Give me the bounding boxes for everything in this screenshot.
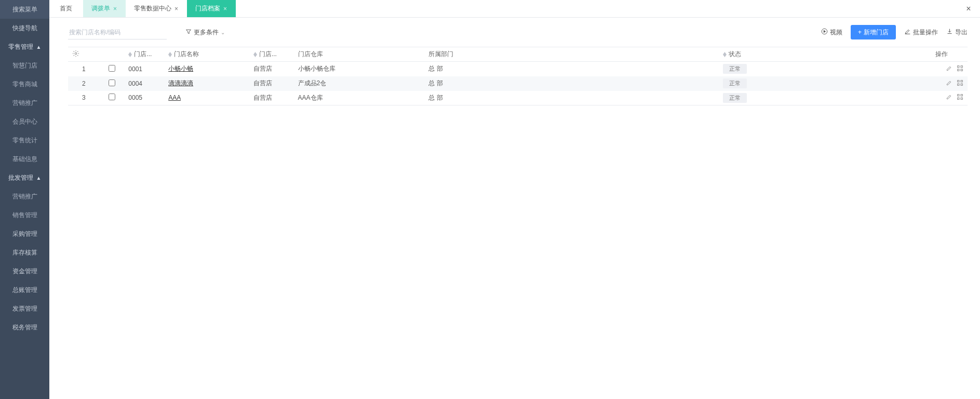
svg-rect-4 xyxy=(958,65,959,67)
store-name-link[interactable]: 小畅小畅 xyxy=(168,65,193,72)
edit-row-button[interactable] xyxy=(946,94,952,100)
store-name-link[interactable]: AAA xyxy=(168,94,181,101)
sidebar-item-basic-info[interactable]: 基础信息 xyxy=(0,150,49,168)
sidebar-item-label: 零售统计 xyxy=(12,136,37,145)
svg-rect-15 xyxy=(961,98,962,99)
cell-warehouse: 产成品2仓 xyxy=(294,76,425,91)
table-row[interactable]: 20004滴滴滴滴自营店产成品2仓总 部正常 xyxy=(68,76,968,91)
sidebar-item-label: 总账管理 xyxy=(12,286,37,295)
funnel-icon xyxy=(185,29,192,36)
col-checkbox xyxy=(99,47,124,62)
col-name[interactable]: 门店名称 xyxy=(164,47,249,62)
cell-dept: 总 部 xyxy=(424,76,719,91)
sidebar-item-label: 销售管理 xyxy=(12,211,37,220)
svg-rect-7 xyxy=(961,69,962,71)
sidebar-item-marketing2[interactable]: 营销推广 xyxy=(0,187,49,206)
row-checkbox[interactable] xyxy=(109,94,115,100)
sidebar-item-ledger[interactable]: 总账管理 xyxy=(0,281,49,299)
svg-rect-9 xyxy=(961,80,962,82)
sidebar-group-retail[interactable]: 零售管理▲ xyxy=(0,37,49,56)
sidebar-item-retail-mall[interactable]: 零售商城 xyxy=(0,75,49,94)
col-ops: 操作 xyxy=(915,47,968,62)
sidebar-item-smart-store[interactable]: 智慧门店 xyxy=(0,56,49,75)
sidebar-item-tax[interactable]: 税务管理 xyxy=(0,318,49,337)
sidebar-item-label: 税务管理 xyxy=(12,323,37,332)
tab-label: 门店档案 xyxy=(195,4,220,13)
tab-label: 零售数据中心 xyxy=(134,4,171,13)
close-icon[interactable]: × xyxy=(113,5,117,12)
filter-label: 更多条件 xyxy=(194,28,219,37)
close-icon[interactable]: × xyxy=(174,5,178,12)
sidebar-item-funds[interactable]: 资金管理 xyxy=(0,262,49,281)
row-checkbox[interactable] xyxy=(109,65,115,72)
table-row[interactable]: 10001小畅小畅自营店小畅小畅仓库总 部正常 xyxy=(68,62,968,76)
sidebar-item-member-center[interactable]: 会员中心 xyxy=(0,112,49,131)
close-icon[interactable]: × xyxy=(223,5,227,12)
sidebar-item-label: 会员中心 xyxy=(12,117,37,126)
svg-rect-6 xyxy=(958,69,959,71)
sidebar-item-invoice[interactable]: 发票管理 xyxy=(0,299,49,318)
sidebar-item-inventory[interactable]: 库存核算 xyxy=(0,243,49,262)
sidebar-item-label: 智慧门店 xyxy=(12,61,37,70)
sidebar-item-quicknav[interactable]: 快捷导航 xyxy=(0,19,49,37)
caret-up-icon: ▲ xyxy=(36,44,42,50)
tabs-bar: 首页 调拨单× 零售数据中心× 门店档案× × xyxy=(49,0,980,18)
edit-row-button[interactable] xyxy=(946,65,952,72)
cell-warehouse: 小畅小畅仓库 xyxy=(294,62,425,76)
row-index: 1 xyxy=(68,62,99,76)
col-label: 门店名称 xyxy=(174,50,199,58)
sidebar-item-purchase[interactable]: 采购管理 xyxy=(0,224,49,243)
column-settings[interactable] xyxy=(68,47,99,62)
sidebar-item-label: 基础信息 xyxy=(12,155,37,164)
export-button[interactable]: 导出 xyxy=(946,28,968,37)
sidebar-item-retail-stats[interactable]: 零售统计 xyxy=(0,131,49,150)
sidebar-item-sales-mgmt[interactable]: 销售管理 xyxy=(0,206,49,224)
tab-home[interactable]: 首页 xyxy=(49,0,83,17)
more-row-button[interactable] xyxy=(957,65,963,72)
cell-type: 自营店 xyxy=(249,91,294,105)
add-store-button[interactable]: + 新增门店 xyxy=(851,25,896,39)
sidebar-group-wholesale[interactable]: 批发管理▲ xyxy=(0,168,49,187)
batch-ops-button[interactable]: 批量操作 xyxy=(904,28,938,37)
store-name-link[interactable]: 滴滴滴滴 xyxy=(168,79,193,87)
col-label: 所属部门 xyxy=(428,50,453,58)
sort-icon xyxy=(723,52,727,57)
more-row-button[interactable] xyxy=(957,79,963,86)
search-wrap xyxy=(68,25,167,39)
close-all-tabs[interactable]: × xyxy=(961,0,976,18)
batch-label: 批量操作 xyxy=(913,28,938,37)
toolbar: 更多条件 ⌄ 视频 + 新增门店 批量操作 导出 xyxy=(49,18,980,47)
edit-row-button[interactable] xyxy=(946,79,952,86)
row-checkbox[interactable] xyxy=(109,79,115,86)
row-index: 2 xyxy=(68,76,99,91)
col-dept: 所属部门 xyxy=(424,47,719,62)
col-label: 门店... xyxy=(259,50,277,58)
sidebar-item-label: 发票管理 xyxy=(12,304,37,313)
cell-type: 自营店 xyxy=(249,76,294,91)
cell-dept: 总 部 xyxy=(424,62,719,76)
cell-code: 0005 xyxy=(124,91,164,105)
sidebar-item-marketing[interactable]: 营销推广 xyxy=(0,94,49,112)
sidebar-item-label: 库存核算 xyxy=(12,248,37,257)
tab-retail-data[interactable]: 零售数据中心× xyxy=(126,0,187,17)
video-link[interactable]: 视频 xyxy=(821,28,842,37)
table-row[interactable]: 30005AAA自营店AAA仓库总 部正常 xyxy=(68,91,968,105)
search-input[interactable] xyxy=(68,25,167,39)
chevron-down-icon: ⌄ xyxy=(221,30,225,35)
svg-rect-10 xyxy=(958,84,959,85)
col-label: 门店仓库 xyxy=(298,50,323,58)
col-type[interactable]: 门店... xyxy=(249,47,294,62)
col-code[interactable]: 门店... xyxy=(124,47,164,62)
more-filters-button[interactable]: 更多条件 ⌄ xyxy=(185,28,225,37)
more-row-button[interactable] xyxy=(957,94,963,100)
export-icon xyxy=(946,28,953,36)
plus-icon: + xyxy=(858,29,862,36)
col-status[interactable]: 状态 xyxy=(719,47,915,62)
sidebar-item-search-menu[interactable]: 搜索菜单 xyxy=(0,0,49,19)
cell-code: 0001 xyxy=(124,62,164,76)
video-label: 视频 xyxy=(830,28,842,37)
tab-transfer[interactable]: 调拨单× xyxy=(83,0,126,17)
tab-store-archive[interactable]: 门店档案× xyxy=(187,0,236,17)
svg-rect-8 xyxy=(958,80,959,82)
sidebar-item-label: 资金管理 xyxy=(12,267,37,276)
